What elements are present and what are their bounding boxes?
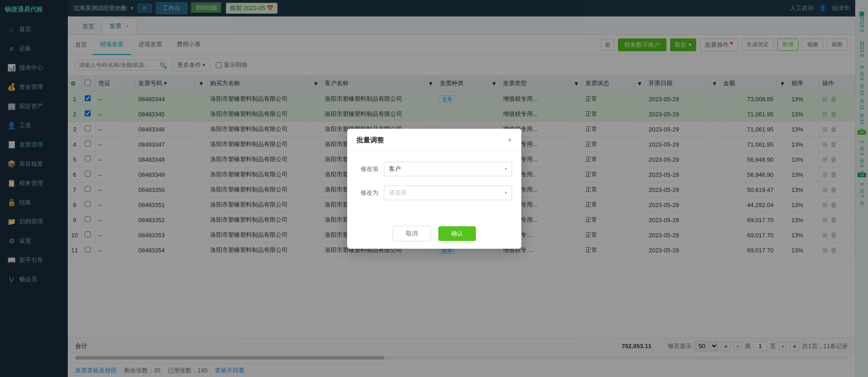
modal-cancel-btn[interactable]: 取消 bbox=[393, 226, 431, 241]
modal-body: 修改项 客户 ▾ 修改为 请选择 ▾ bbox=[347, 151, 521, 220]
modal-field-value: 客户 bbox=[389, 165, 401, 173]
modal-header: 批量调整 × bbox=[347, 129, 521, 151]
modal-field-label: 修改项 bbox=[356, 165, 384, 173]
modal-field-row: 修改项 客户 ▾ bbox=[356, 162, 512, 176]
modal-change-to-row: 修改为 请选择 ▾ bbox=[356, 186, 512, 200]
modal-change-to-label: 修改为 bbox=[356, 189, 384, 197]
modal-overlay[interactable]: 批量调整 × 修改项 客户 ▾ 修改为 请选择 ▾ 取消 确认 bbox=[0, 0, 868, 377]
field-dropdown-icon: ▾ bbox=[505, 166, 507, 171]
modal-close-btn[interactable]: × bbox=[508, 136, 512, 144]
modal-confirm-btn[interactable]: 确认 bbox=[438, 226, 476, 241]
modal-field-select[interactable]: 客户 ▾ bbox=[384, 162, 512, 176]
modal-title: 批量调整 bbox=[356, 136, 384, 145]
change-to-dropdown-icon: ▾ bbox=[505, 190, 507, 195]
modal-change-to-placeholder: 请选择 bbox=[389, 189, 407, 197]
modal-change-to-select[interactable]: 请选择 ▾ bbox=[384, 186, 512, 200]
modal-footer: 取消 确认 bbox=[347, 220, 521, 249]
batch-adjust-modal: 批量调整 × 修改项 客户 ▾ 修改为 请选择 ▾ 取消 确认 bbox=[347, 129, 521, 249]
